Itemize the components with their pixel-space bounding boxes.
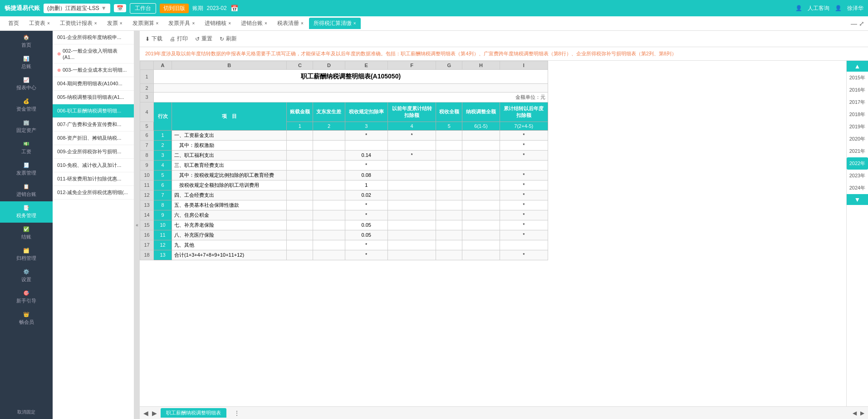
col-i[interactable]: * [500,250,548,260]
col-d[interactable] [313,210,345,220]
bottom-scroll-right[interactable]: ▶ [860,410,864,416]
tab-purchase-check[interactable]: 进销稽核 × [200,18,235,29]
col-h[interactable] [462,160,500,170]
year-item-2018[interactable]: 2018年 [847,108,868,121]
tab-tax-clear[interactable]: 税表清册 × [273,18,308,29]
col-c[interactable] [287,210,313,220]
nav-prev-icon[interactable]: ◀ [143,409,148,417]
col-e[interactable]: * [345,240,387,250]
year-item-2020[interactable]: 2020年 [847,133,868,145]
subnav-item-004[interactable]: 004-期间费用明细表(A1040... [53,77,134,91]
tab-minimize-button[interactable]: — [851,20,857,27]
col-e[interactable]: 0.14 [345,150,387,160]
row-label[interactable]: 四、工会经费支出 [172,190,287,200]
subnav-item-002[interactable]: ⊗ 002-一般企业收入明细表(A1... [53,44,134,63]
subnav-item-009[interactable]: 009-企业所得税弥补亏损明... [53,145,134,159]
tab-salary-report[interactable]: 工资统计报表 × [55,18,102,29]
col-g[interactable] [436,220,462,230]
year-scroll-down[interactable]: ▼ [847,194,868,205]
row-label[interactable]: 八、补充医疗保险 [172,230,287,240]
close-icon-active[interactable]: × [353,21,356,26]
col-d[interactable] [313,250,345,260]
year-item-2015[interactable]: 2015年 [847,72,868,84]
col-c[interactable] [287,130,313,140]
year-item-2017[interactable]: 2017年 [847,96,868,108]
year-item-2021[interactable]: 2021年 [847,145,868,157]
sidebar-item-vip[interactable]: 👑 畅会员 [0,308,53,329]
col-c[interactable] [287,190,313,200]
close-icon[interactable]: × [301,21,304,26]
sidebar-item-home[interactable]: 🏠 首页 [0,31,53,52]
col-f[interactable] [387,190,436,200]
col-f[interactable]: * [387,150,436,160]
col-e[interactable]: * [345,250,387,260]
subnav-item-006[interactable]: 006-职工薪酬纳税调整明细... [53,104,134,118]
close-icon[interactable]: × [265,21,267,26]
human-service-label[interactable]: 人工客询 [808,5,829,12]
sidebar-item-settings[interactable]: ⚙️ 设置 [0,265,53,287]
calendar-icon-btn[interactable]: 📅 [114,4,126,12]
workbench-button[interactable]: 工作台 [130,3,156,14]
col-c[interactable] [287,150,313,160]
row-label[interactable]: 五、各类基本社会保障性缴款 [172,200,287,210]
col-d[interactable] [313,180,345,190]
nav-next-icon[interactable]: ▶ [152,409,157,417]
bottom-scroll-left[interactable]: ◀ [853,410,857,416]
col-h[interactable] [462,200,500,210]
row-label[interactable]: 六、住房公积金 [172,210,287,220]
col-d[interactable] [313,220,345,230]
col-h[interactable] [462,190,500,200]
year-scroll-up[interactable]: ▲ [847,61,868,72]
sidebar-item-archive[interactable]: 🗂️ 归档管理 [0,244,53,265]
row-label[interactable]: 合计(1+3+4+7+8+9+10+11+12) [172,250,287,260]
close-icon[interactable]: × [156,21,159,26]
row-label[interactable]: 其中：按税收规定比例扣除的职工教育经费 [172,170,287,180]
close-icon[interactable]: × [228,21,231,26]
col-e[interactable]: * [345,160,387,170]
col-h[interactable] [462,180,500,190]
row-label[interactable]: 七、补充养老保险 [172,220,287,230]
col-h[interactable] [462,150,500,160]
col-f[interactable]: * [387,130,436,140]
col-i[interactable]: * [500,190,548,200]
col-e[interactable]: 1 [345,180,387,190]
sidebar-item-asset[interactable]: 🏢 固定资产 [0,116,53,137]
bottom-sheet-tab[interactable]: 职工薪酬纳税调整明细表 [161,408,226,418]
tab-purchase-ledger[interactable]: 进销台账 × [236,18,272,29]
company-selector[interactable]: (勿删）江西超宝-LSS ▼ [44,4,110,13]
col-c[interactable] [287,220,313,230]
col-d[interactable] [313,170,345,180]
col-i[interactable] [500,160,548,170]
col-e[interactable]: 0.02 [345,190,387,200]
subnav-item-010[interactable]: 010-免税、减计收入及加计... [53,159,134,172]
tab-maximize-button[interactable]: ⤢ [859,20,864,27]
col-d[interactable] [313,140,345,150]
col-h[interactable] [462,130,500,140]
row-label[interactable]: 一、工资薪金支出 [172,130,287,140]
sidebar-item-fund[interactable]: 💰 资金管理 [0,95,53,116]
tab-invoice[interactable]: 发票 × [103,18,127,29]
cut-old-button[interactable]: 切到旧版 [160,4,189,13]
col-d[interactable] [313,230,345,240]
col-f[interactable] [387,240,436,250]
col-g[interactable] [436,240,462,250]
tab-home[interactable]: 首页 [4,18,24,29]
sidebar-item-invoice-mgmt[interactable]: 🧾 发票管理 [0,159,53,180]
sidebar-item-report[interactable]: 📈 报表中心 [0,73,53,95]
col-g[interactable] [436,230,462,240]
close-icon[interactable]: × [47,21,50,26]
col-g[interactable] [436,210,462,220]
table-wrapper[interactable]: A B C D E F G H I [140,61,846,407]
sidebar-item-guide[interactable]: 🎯 新手引导 [0,287,53,308]
col-c[interactable] [287,160,313,170]
col-i[interactable]: * [500,150,548,160]
col-g[interactable] [436,130,462,140]
col-h[interactable] [462,140,500,150]
col-d[interactable] [313,190,345,200]
year-item-2023[interactable]: 2023年 [847,170,868,182]
col-e[interactable]: * [345,130,387,140]
col-i[interactable]: * [500,140,548,150]
row-label[interactable]: 二、职工福利支出 [172,150,287,160]
col-i[interactable]: * [500,200,548,210]
subnav-item-011[interactable]: 011-研发费用加计扣除优惠... [53,172,134,186]
